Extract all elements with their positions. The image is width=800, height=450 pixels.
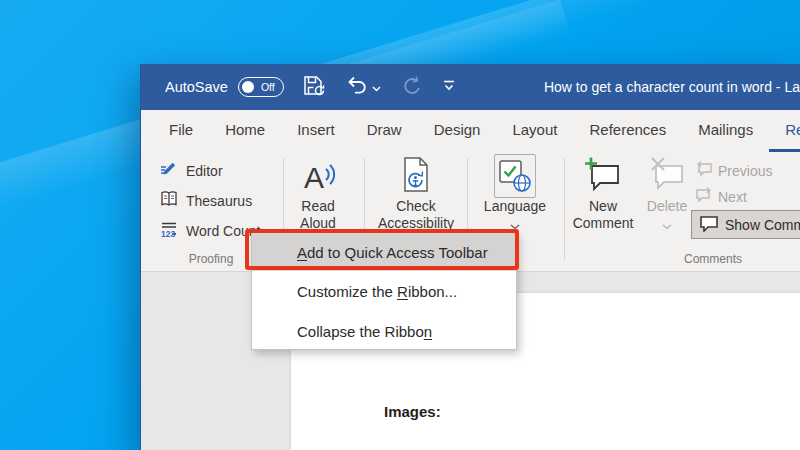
read-aloud-button[interactable]: A Read Aloud bbox=[287, 154, 349, 232]
new-comment-button[interactable]: New Comment bbox=[571, 154, 635, 232]
menu-item-collapse-the-ribbon[interactable]: Collapse the Ribbon bbox=[252, 311, 516, 351]
tab-insert[interactable]: Insert bbox=[281, 110, 351, 152]
previous-comment-button[interactable]: Previous bbox=[695, 161, 772, 181]
language-button[interactable]: Language bbox=[484, 154, 546, 234]
word-count-icon: 123 bbox=[159, 219, 179, 243]
next-comment-button[interactable]: Next bbox=[695, 187, 747, 207]
svg-text:A: A bbox=[304, 161, 324, 194]
menu-item-label: Add to Quick Access Toolbar bbox=[297, 244, 488, 261]
word-count-label: Word Count bbox=[186, 223, 260, 239]
comments-group-label: Comments bbox=[653, 252, 773, 266]
customize-qat-icon bbox=[442, 80, 456, 95]
editor-label: Editor bbox=[186, 163, 223, 179]
window-title: How to get a character count in word - L… bbox=[456, 79, 800, 95]
undo-icon bbox=[346, 76, 368, 98]
new-comment-label-line1: New bbox=[589, 198, 617, 215]
redo-icon bbox=[401, 76, 422, 98]
show-comments-label: Show Comments bbox=[725, 217, 800, 233]
toggle-knob-icon bbox=[242, 81, 254, 93]
save-icon bbox=[302, 75, 326, 100]
check-accessibility-icon bbox=[397, 154, 435, 198]
word-count-button[interactable]: 123 Word Count bbox=[159, 218, 260, 244]
tab-review[interactable]: Review bbox=[769, 110, 800, 152]
autosave-toggle[interactable]: Off bbox=[238, 77, 284, 97]
delete-dropdown-chevron-icon bbox=[662, 216, 672, 234]
menu-item-customize-the-ribbon[interactable]: Customize the Ribbon... bbox=[252, 271, 516, 311]
new-comment-icon bbox=[582, 154, 624, 198]
show-comments-toggle-button[interactable]: Show Comments bbox=[691, 210, 800, 239]
read-aloud-icon: A bbox=[297, 154, 339, 198]
menu-item-label: Collapse the Ribbon bbox=[297, 323, 432, 340]
svg-text:123: 123 bbox=[161, 229, 175, 239]
tab-references[interactable]: References bbox=[573, 110, 682, 152]
redo-button[interactable] bbox=[401, 76, 422, 98]
save-button[interactable] bbox=[302, 75, 326, 100]
previous-comment-icon bbox=[695, 161, 713, 181]
language-label: Language bbox=[484, 198, 546, 215]
thesaurus-label: Thesaurus bbox=[186, 193, 252, 209]
new-comment-label-line2: Comment bbox=[573, 215, 634, 232]
group-divider bbox=[564, 158, 565, 260]
tab-mailings[interactable]: Mailings bbox=[682, 110, 769, 152]
ribbon-tab-bar: File Home Insert Draw Design Layout Refe… bbox=[141, 110, 800, 152]
ribbon-context-menu: Add to Quick Access Toolbar Customize th… bbox=[251, 232, 517, 350]
undo-dropdown-chevron-icon bbox=[372, 80, 381, 95]
read-aloud-label-line2: Aloud bbox=[300, 215, 336, 232]
tab-file[interactable]: File bbox=[153, 110, 209, 152]
autosave-label: AutoSave bbox=[165, 79, 228, 95]
show-comments-icon bbox=[699, 214, 719, 236]
check-accessibility-label-line2: Accessibility bbox=[378, 215, 454, 232]
tab-home[interactable]: Home bbox=[209, 110, 281, 152]
word-window: AutoSave Off bbox=[140, 64, 800, 450]
undo-button[interactable] bbox=[346, 76, 381, 98]
next-comment-icon bbox=[695, 187, 713, 207]
thesaurus-icon bbox=[159, 189, 179, 213]
document-body-text: Images: bbox=[384, 403, 441, 420]
tab-layout[interactable]: Layout bbox=[496, 110, 573, 152]
language-icon bbox=[494, 154, 536, 198]
proofing-group-label: Proofing bbox=[161, 252, 261, 266]
autosave-state-label: Off bbox=[261, 81, 275, 93]
title-bar: AutoSave Off bbox=[141, 64, 800, 110]
delete-comment-button[interactable]: Delete bbox=[639, 154, 695, 234]
customize-qat-button[interactable] bbox=[442, 80, 456, 95]
menu-item-add-to-quick-access-toolbar[interactable]: Add to Quick Access Toolbar bbox=[252, 233, 516, 271]
check-accessibility-button[interactable]: Check Accessibility bbox=[376, 154, 456, 232]
tab-draw[interactable]: Draw bbox=[351, 110, 418, 152]
thesaurus-button[interactable]: Thesaurus bbox=[159, 188, 252, 214]
menu-item-label: Customize the Ribbon... bbox=[297, 283, 457, 300]
previous-comment-label: Previous bbox=[718, 163, 772, 179]
read-aloud-label-line1: Read bbox=[301, 198, 334, 215]
delete-comment-label: Delete bbox=[647, 198, 687, 215]
desktop-wallpaper: AutoSave Off bbox=[0, 0, 800, 450]
check-accessibility-label-line1: Check bbox=[396, 198, 436, 215]
editor-icon bbox=[159, 159, 179, 183]
next-comment-label: Next bbox=[718, 189, 747, 205]
editor-button[interactable]: Editor bbox=[159, 158, 223, 184]
delete-comment-icon bbox=[647, 154, 687, 198]
tab-design[interactable]: Design bbox=[418, 110, 497, 152]
